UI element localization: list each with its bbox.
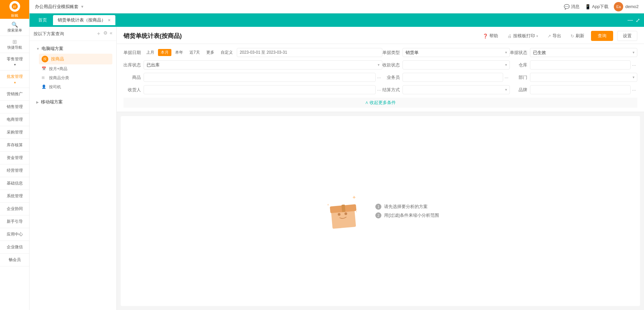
doctype-input[interactable]: [402, 48, 510, 57]
sidebar-item-inventory[interactable]: 库存核算: [0, 139, 29, 152]
tab-sales-stats[interactable]: 销货单统计表（按商品） ✕: [53, 15, 115, 25]
date-tags: 上月 本月 本年 近7天 更多 自定义: [144, 49, 235, 56]
appcenter-label: 应用中心: [1, 231, 28, 237]
refresh-button[interactable]: ↻ 刷新: [568, 32, 587, 40]
collection-input[interactable]: [402, 60, 510, 69]
sidebar-item-operations[interactable]: 经营管理: [0, 164, 29, 177]
date-tag-more[interactable]: 更多: [204, 49, 217, 56]
receiver-ellipsis[interactable]: ···: [376, 87, 382, 93]
marketing-label: 营销推广: [1, 91, 28, 97]
warehouse-ellipsis[interactable]: ···: [631, 62, 637, 68]
date-tag-custom[interactable]: 自定义: [218, 49, 235, 56]
sidebar-item-purchase[interactable]: 采购管理: [0, 126, 29, 139]
sidebar-item-member[interactable]: 畅会员: [0, 254, 29, 266]
header-right: 💬 消息 📱 App下载 Ea demo2: [564, 2, 639, 11]
wholesale-label: 批发管理: [1, 74, 28, 80]
scheme-item-month-goods[interactable]: 📅 按月+商品: [39, 64, 112, 73]
mobile-scheme-header[interactable]: ▶ 移动端方案: [34, 97, 112, 107]
sidebar-item-newbie[interactable]: 新手引导: [0, 215, 29, 228]
header-left: 办公用品行业模拟账套 ▾: [35, 4, 84, 10]
sidebar-item-enterprise[interactable]: 企业协同: [0, 203, 29, 215]
message-label: 消息: [571, 4, 580, 10]
print-dropdown-icon: ▾: [536, 34, 538, 38]
date-input-range[interactable]: 2023-03-01 至 2023-03-31: [237, 48, 382, 57]
sidebar-item-finance[interactable]: 资金管理: [0, 152, 29, 164]
svg-text:✦: ✦: [327, 203, 329, 207]
scheme-item-by-goods[interactable]: 按 按商品: [39, 54, 112, 64]
industry-name: 办公用品行业模拟账套: [35, 4, 78, 10]
help-button[interactable]: ❓ 帮助: [480, 32, 501, 40]
refresh-icon: ↻: [571, 34, 574, 39]
scheme-item-goods-category[interactable]: ⊞ 按商品分类: [39, 73, 112, 83]
brand-ellipsis[interactable]: ···: [631, 87, 637, 93]
docstatus-label: 单据状态: [510, 50, 527, 56]
top-header: 办公用品行业模拟账套 ▾ 💬 消息 📱 App下载 Ea demo2: [30, 0, 644, 13]
brand-label: 品牌: [510, 87, 527, 93]
receiver-input[interactable]: [144, 85, 376, 94]
export-button[interactable]: ↗ 导出: [545, 32, 564, 40]
salesman-ellipsis[interactable]: ···: [503, 75, 510, 80]
pc-scheme-header[interactable]: ▼ 电脑端方案: [34, 44, 112, 54]
goods-control: ···: [144, 73, 382, 82]
app-download-button[interactable]: 📱 App下载: [585, 4, 608, 10]
add-scheme-icon[interactable]: ＋: [96, 30, 101, 37]
print-label: 按模板打印: [513, 33, 535, 39]
warehouse-input[interactable]: [530, 60, 631, 69]
help-icon: ❓: [483, 34, 488, 39]
tab-home[interactable]: 首页: [34, 15, 52, 25]
setting-scheme-icon[interactable]: ⚙: [103, 30, 108, 37]
driver-icon: 👤: [42, 85, 47, 90]
sidebar-item-retail[interactable]: 零售管理 ▾: [0, 53, 29, 70]
content-area: 按以下方案查询 ＋ ⚙ « ▼ 电脑端方案 按 按商品: [30, 27, 644, 310]
maximize-icon[interactable]: ⤢: [636, 17, 640, 23]
date-tag-this-month[interactable]: 本月: [158, 49, 171, 56]
page-title: 销货单统计表(按商品): [123, 32, 182, 40]
sidebar-item-sales[interactable]: 销售管理: [0, 101, 29, 113]
quick-nav-item[interactable]: ⊞ 快捷导航: [0, 36, 29, 53]
minimize-icon[interactable]: —: [628, 17, 633, 23]
message-button[interactable]: 💬 消息: [564, 4, 580, 10]
salesman-input[interactable]: [402, 73, 503, 82]
sidebar-item-system[interactable]: 系统管理: [0, 190, 29, 203]
user-profile[interactable]: Ea demo2: [614, 2, 639, 11]
sidebar-item-ecommerce[interactable]: 电商管理: [0, 113, 29, 126]
goods-input[interactable]: [144, 73, 376, 82]
tab-home-label: 首页: [38, 17, 47, 23]
payment-input[interactable]: [402, 85, 510, 94]
docstatus-input[interactable]: [530, 48, 637, 57]
date-tag-7days[interactable]: 近7天: [187, 49, 203, 56]
search-menu-item[interactable]: 🔍 搜索菜单: [0, 19, 29, 36]
brand-input[interactable]: [530, 85, 631, 94]
industry-dropdown-icon[interactable]: ▾: [81, 4, 84, 9]
dept-input[interactable]: [530, 73, 637, 82]
collapse-panel-icon[interactable]: «: [110, 30, 112, 37]
outstatus-input[interactable]: [144, 60, 382, 69]
goods-ellipsis[interactable]: ···: [376, 75, 382, 80]
query-button[interactable]: 查询: [591, 31, 613, 41]
sidebar-item-wechat[interactable]: 企业微信: [0, 241, 29, 254]
collapse-filters-button[interactable]: ∧ 收起更多条件: [123, 98, 637, 108]
filter-cell-doctype: 单据类型 ▾: [382, 48, 510, 57]
svg-point-5: [338, 213, 340, 216]
member-label: 畅会员: [1, 257, 28, 263]
message-icon: 💬: [564, 4, 570, 9]
tip2-text: 用[过滤]条件来缩小分析范围: [384, 212, 439, 218]
empty-tip-2: 2 用[过滤]条件来缩小分析范围: [375, 212, 439, 218]
svg-point-6: [344, 212, 347, 215]
date-tag-last-month[interactable]: 上月: [144, 49, 157, 56]
print-button[interactable]: 🖨 按模板打印 ▾: [505, 32, 541, 40]
inventory-label: 库存核算: [1, 142, 28, 148]
sidebar-item-wholesale[interactable]: 批发管理 ▴: [0, 70, 29, 88]
export-label: 导出: [552, 33, 561, 39]
empty-tip-1: 1 请先选择要分析的方案: [375, 204, 439, 210]
filter-row-2: 出库状态 ▾ 收款状态 ▾ 仓库: [123, 60, 637, 69]
warehouse-control: ···: [530, 60, 637, 69]
print-icon: 🖨: [507, 34, 512, 39]
sidebar-item-marketing[interactable]: 营销推广: [0, 88, 29, 101]
setting-button[interactable]: 设置: [617, 31, 637, 41]
sidebar-item-basic[interactable]: 基础信息: [0, 177, 29, 190]
tab-close-icon[interactable]: ✕: [108, 18, 111, 22]
scheme-item-driver[interactable]: 👤 按司机: [39, 83, 112, 92]
date-tag-this-year[interactable]: 本年: [172, 49, 186, 56]
sidebar-item-appcenter[interactable]: 应用中心: [0, 228, 29, 241]
